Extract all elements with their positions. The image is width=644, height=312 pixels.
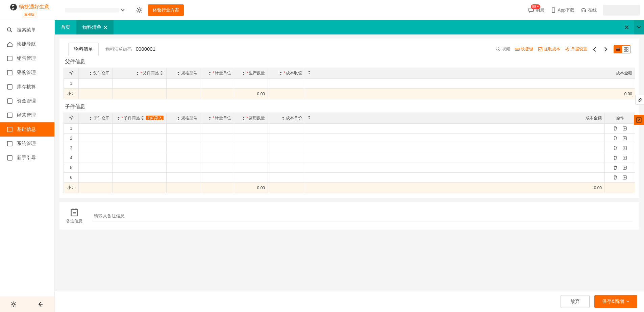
delete-row-icon[interactable] bbox=[613, 155, 618, 160]
view-grid-button[interactable] bbox=[622, 46, 630, 53]
logo-icon bbox=[9, 3, 18, 11]
child-row[interactable]: 1 bbox=[64, 124, 635, 134]
experience-button[interactable]: 体验行业方案 bbox=[148, 4, 184, 16]
fullscreen-float-button[interactable] bbox=[634, 115, 644, 125]
footer-bar: 放弃 保存&新增 bbox=[55, 291, 644, 312]
next-record-icon[interactable] bbox=[603, 46, 609, 52]
help-icon[interactable] bbox=[141, 116, 145, 120]
org-settings-icon[interactable] bbox=[136, 7, 143, 14]
bom-code-value: 0000001 bbox=[136, 46, 155, 52]
brand-logo[interactable]: 畅捷通好生意 标准版 bbox=[4, 3, 55, 17]
col-child-cost-amount[interactable]: 成本金额 bbox=[305, 113, 605, 124]
add-row-icon[interactable] bbox=[622, 165, 627, 170]
sidebar-item-system[interactable]: 系统管理 bbox=[0, 137, 54, 151]
chevron-down-icon bbox=[626, 300, 629, 303]
user-avatar-block[interactable] bbox=[603, 5, 640, 16]
delete-row-icon[interactable] bbox=[613, 146, 618, 150]
help-icon[interactable] bbox=[159, 71, 164, 75]
chevron-down-icon bbox=[120, 8, 125, 13]
col-parent-product[interactable]: *父件商品 bbox=[113, 68, 167, 79]
add-row-icon[interactable] bbox=[622, 136, 627, 141]
col-parent-cost-amount[interactable]: 成本金额 bbox=[305, 68, 635, 79]
action-extract-cost[interactable]: 提取成本 bbox=[538, 46, 560, 52]
col-parent-warehouse[interactable]: 父件仓库 bbox=[79, 68, 113, 79]
action-video[interactable]: 视频 bbox=[496, 46, 510, 52]
brand-name: 畅捷通好生意 bbox=[19, 4, 49, 10]
sidebar-item-label: 新手引导 bbox=[17, 155, 36, 161]
col-parent-spec[interactable]: 规格型号 bbox=[167, 68, 200, 79]
sidebar-item-stock[interactable]: 库存核算 bbox=[0, 80, 54, 94]
action-bill-settings[interactable]: 单据设置 bbox=[565, 46, 587, 52]
add-row-icon[interactable] bbox=[622, 126, 627, 131]
child-row[interactable]: 5 bbox=[64, 163, 635, 173]
sidebar-item-report[interactable]: 经营管理 bbox=[0, 108, 54, 122]
col-child-qty[interactable]: *需用数量 bbox=[234, 113, 268, 124]
top-header: 畅捷通好生意 标准版 体验行业方案 99 + 消息 App下载 在线 bbox=[0, 0, 644, 20]
tabs-close-all[interactable] bbox=[620, 20, 634, 34]
col-child-warehouse[interactable]: 子件仓库 bbox=[79, 113, 113, 124]
org-selector[interactable] bbox=[65, 8, 132, 13]
col-parent-unit[interactable]: *计量单位 bbox=[200, 68, 234, 79]
parent-section-title: 父件信息 bbox=[64, 58, 635, 68]
child-table: 子件仓库 *子件商品扫码录入 规格型号 *计量单位 *需用数量 成本单价 成本金… bbox=[64, 113, 635, 193]
child-subtotal-row: 小计0.000.00 bbox=[64, 183, 635, 193]
action-shortcut[interactable]: 快捷键 bbox=[515, 46, 533, 52]
remark-icon-label: 备注信息 bbox=[66, 208, 82, 224]
keyboard-icon bbox=[515, 47, 520, 52]
prev-record-icon[interactable] bbox=[592, 46, 598, 52]
messages-badge: 99 + bbox=[531, 4, 540, 9]
col-settings[interactable] bbox=[64, 113, 79, 124]
sidebar-item-bag[interactable]: 采购管理 bbox=[0, 66, 54, 80]
col-child-spec[interactable]: 规格型号 bbox=[167, 113, 200, 124]
delete-row-icon[interactable] bbox=[613, 165, 618, 170]
search-icon bbox=[7, 27, 13, 33]
col-child-product[interactable]: *子件商品扫码录入 bbox=[113, 113, 167, 124]
delete-row-icon[interactable] bbox=[613, 136, 618, 141]
save-new-button[interactable]: 保存&新增 bbox=[594, 295, 637, 308]
add-row-icon[interactable] bbox=[622, 175, 627, 180]
messages-button[interactable]: 99 + 消息 bbox=[528, 7, 544, 13]
remark-input[interactable] bbox=[93, 211, 633, 221]
child-row[interactable]: 3 bbox=[64, 143, 635, 153]
child-row[interactable]: 4 bbox=[64, 153, 635, 163]
sidebar-item-base[interactable]: 基础信息 bbox=[0, 122, 54, 137]
sidebar-item-label: 经营管理 bbox=[17, 112, 36, 118]
tab-close-icon[interactable] bbox=[103, 25, 107, 29]
delete-row-icon[interactable] bbox=[613, 175, 618, 180]
col-parent-cost-method[interactable]: *成本取值 bbox=[268, 68, 305, 79]
online-support-button[interactable]: 在线 bbox=[580, 7, 597, 13]
cart-icon bbox=[7, 55, 13, 62]
sidebar-item-guide[interactable]: 新手引导 bbox=[0, 151, 54, 165]
add-row-icon[interactable] bbox=[622, 155, 627, 160]
child-row[interactable]: 2 bbox=[64, 134, 635, 143]
col-parent-qty[interactable]: *生产数量 bbox=[234, 68, 268, 79]
add-row-icon[interactable] bbox=[622, 146, 627, 150]
sidebar-item-money[interactable]: 资金管理 bbox=[0, 94, 54, 108]
col-child-unit-cost[interactable]: 成本单价 bbox=[268, 113, 305, 124]
tabs-expand[interactable] bbox=[634, 20, 644, 34]
form-tab-bom[interactable]: 物料清单 bbox=[68, 43, 99, 56]
paperclip-icon bbox=[637, 97, 643, 102]
scan-input-tag[interactable]: 扫码录入 bbox=[146, 116, 164, 120]
sidebar-item-search[interactable]: 搜索菜单 bbox=[0, 23, 54, 37]
note-icon bbox=[70, 208, 79, 217]
stock-icon bbox=[7, 84, 13, 90]
sidebar-item-label: 搜索菜单 bbox=[17, 27, 36, 33]
sidebar-item-home[interactable]: 快捷导航 bbox=[0, 37, 54, 51]
child-section-title: 子件信息 bbox=[64, 103, 635, 113]
app-download-button[interactable]: App下载 bbox=[550, 7, 574, 13]
sidebar-item-cart[interactable]: 销售管理 bbox=[0, 51, 54, 66]
tab-bom[interactable]: 物料清单 bbox=[76, 20, 114, 34]
view-list-button[interactable] bbox=[614, 46, 622, 53]
delete-row-icon[interactable] bbox=[613, 126, 618, 131]
sidebar-settings-icon[interactable] bbox=[10, 301, 17, 307]
tab-home[interactable]: 首页 bbox=[55, 20, 76, 34]
parent-row[interactable]: 1 bbox=[64, 79, 635, 89]
child-row[interactable]: 6 bbox=[64, 173, 635, 183]
attachment-float-button[interactable] bbox=[635, 95, 644, 105]
col-child-unit[interactable]: *计量单位 bbox=[200, 113, 234, 124]
sidebar-collapse-icon[interactable] bbox=[38, 301, 44, 307]
col-settings[interactable] bbox=[64, 68, 79, 79]
sidebar-item-label: 采购管理 bbox=[17, 70, 36, 76]
discard-button[interactable]: 放弃 bbox=[561, 295, 590, 308]
